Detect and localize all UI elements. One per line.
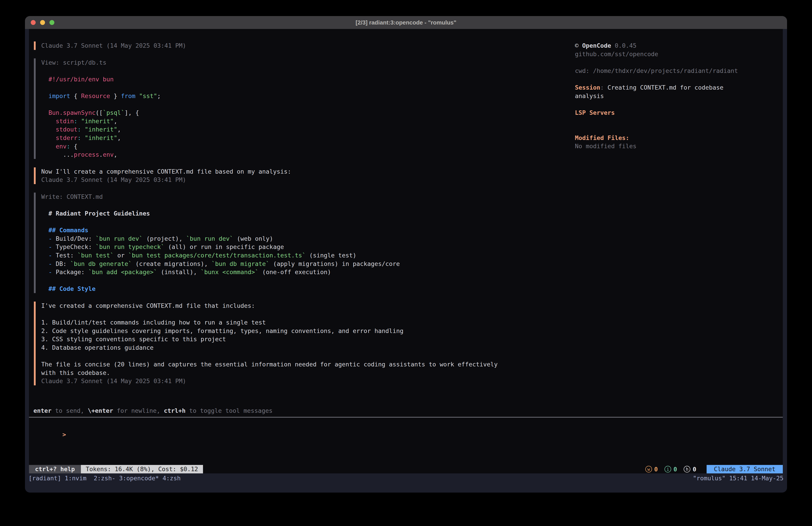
text-segment: DB:	[52, 260, 70, 267]
text-segment: ,	[117, 134, 121, 141]
tmux-host-clock: "romulus" 15:41 14-May-25	[693, 475, 783, 482]
text-segment: (project),	[143, 235, 186, 242]
zoom-button[interactable]	[49, 20, 54, 25]
text-line: 2. Code style guidelines covering import…	[41, 327, 575, 335]
text-segment: # Radiant Project Guidelines	[41, 210, 150, 217]
text-segment: OpenCode	[582, 42, 611, 49]
terminal-window: [2/3] radiant:3:opencode - "romulus" Cla…	[25, 16, 787, 493]
text-segment: Creating CONTEXT.md for codebase	[607, 84, 723, 91]
text-segment: 0.0.45	[611, 42, 637, 49]
text-segment	[135, 93, 139, 99]
hint-counter: h 0	[684, 466, 696, 473]
text-line	[41, 310, 575, 318]
text-line: env: {	[41, 142, 575, 151]
text-segment	[41, 118, 56, 125]
text-segment: :	[77, 126, 81, 133]
text-segment: env	[103, 151, 114, 158]
tmux-session-windows[interactable]: [radiant] 1:nvim 2:zsh- 3:opencode* 4:zs…	[29, 475, 181, 482]
text-segment	[41, 243, 48, 250]
text-segment: ([	[96, 109, 103, 116]
text-line: Modified Files:	[575, 134, 783, 142]
text-segment: The file is concise (20 lines) and captu…	[41, 361, 497, 368]
tokens-cost-badge: Tokens: 16.4K (8%), Cost: $0.12	[81, 465, 203, 473]
text-segment: `bun test`	[77, 252, 114, 259]
text-segment: (apply migrations) in packages/core	[270, 260, 400, 267]
text-segment	[41, 143, 56, 150]
text-line: analysis	[575, 92, 783, 100]
text-segment: (all) or run in specific package	[164, 243, 284, 250]
text-line: #!/usr/bin/env bun	[41, 75, 575, 84]
text-segment: cwd: /home/thdxr/dev/projects/radiant/ra…	[575, 67, 738, 74]
text-segment: `bun run typecheck`	[96, 243, 164, 250]
text-line: import { Resource } from "sst";	[41, 92, 575, 100]
text-segment: {	[70, 143, 77, 150]
text-segment: 2. Code style guidelines covering import…	[41, 327, 404, 334]
text-segment: I've created a comprehensive CONTEXT.md …	[41, 302, 255, 309]
text-segment: with this codebase.	[41, 369, 110, 376]
warning-counter: w 0	[645, 466, 658, 473]
text-line	[41, 218, 575, 226]
text-segment: ;	[157, 93, 161, 99]
text-segment: env	[56, 143, 67, 150]
text-line: Claude 3.7 Sonnet (14 May 2025 03:41 PM)	[41, 377, 575, 385]
text-segment: `bunx <command>`	[201, 269, 259, 275]
text-line	[575, 58, 783, 67]
text-line: - Package: `bun add <package>` (install)…	[41, 268, 575, 276]
text-segment: .	[99, 151, 103, 158]
text-segment: `bun db generate`	[70, 260, 132, 267]
text-line: - Build/Dev: `bun run dev` (project), `b…	[41, 234, 575, 243]
text-segment: ], {	[125, 109, 139, 116]
text-segment: :	[600, 84, 608, 91]
text-segment: github.com/sst/opencode	[575, 51, 658, 57]
main-area: Claude 3.7 Sonnet (14 May 2025 03:41 PM)…	[29, 29, 783, 407]
info-count: 0	[673, 466, 677, 473]
text-segment: `bun run dev`	[186, 235, 233, 242]
text-line: 1. Build/lint/test commands including ho…	[41, 318, 575, 327]
text-segment: ctrl+h	[164, 407, 186, 414]
input-separator	[29, 417, 783, 418]
text-segment: TypeCheck:	[52, 243, 96, 250]
text-line: stderr: "inherit",	[41, 134, 575, 142]
text-line: - Test: `bun test` or `bun test packages…	[41, 251, 575, 260]
text-segment	[81, 126, 85, 133]
text-segment: enter	[33, 407, 52, 414]
titlebar[interactable]: [2/3] radiant:3:opencode - "romulus"	[25, 16, 787, 29]
tool-output-block: Write: CONTEXT.md # Radiant Project Guid…	[34, 193, 575, 293]
text-segment	[41, 134, 56, 141]
text-segment: :	[74, 118, 77, 125]
text-segment: Package:	[52, 269, 88, 275]
text-segment: to toggle tool messages	[186, 407, 273, 414]
text-line: ...process.env,	[41, 151, 575, 159]
text-segment: {	[70, 93, 81, 99]
text-line	[41, 83, 575, 92]
text-line: Claude 3.7 Sonnet (14 May 2025 03:41 PM)	[41, 41, 575, 50]
text-segment: -	[48, 243, 52, 250]
input-area-empty-space[interactable]	[29, 447, 783, 465]
text-segment	[41, 235, 48, 242]
minimize-button[interactable]	[40, 20, 45, 25]
text-segment: Claude 3.7 Sonnet (14 May 2025 03:41 PM)	[41, 176, 186, 183]
text-segment	[41, 269, 48, 275]
hint-icon: h	[684, 466, 690, 472]
close-button[interactable]	[31, 20, 36, 25]
text-segment: from	[121, 93, 135, 99]
text-segment: `bun db migrate`	[212, 260, 270, 267]
text-segment: ## Commands	[41, 227, 88, 233]
text-segment: -	[48, 235, 52, 242]
opencode-status-bar: ctrl+? help Tokens: 16.4K (8%), Cost: $0…	[29, 465, 783, 473]
prompt-icon: >	[62, 431, 66, 438]
text-line	[575, 117, 783, 125]
model-badge[interactable]: Claude 3.7 Sonnet	[707, 465, 783, 473]
text-segment: ,	[114, 118, 117, 125]
text-line: - TypeCheck: `bun run typecheck` (all) o…	[41, 243, 575, 251]
terminal-content: Claude 3.7 Sonnet (14 May 2025 03:41 PM)…	[29, 29, 783, 473]
text-segment: Claude 3.7 Sonnet (14 May 2025 03:41 PM)	[41, 378, 186, 384]
text-segment	[81, 134, 85, 141]
text-line: I've created a comprehensive CONTEXT.md …	[41, 301, 575, 310]
text-segment: stderr	[56, 134, 77, 141]
message-input[interactable]: >	[29, 422, 783, 447]
text-line	[575, 75, 783, 83]
text-segment: `psql`	[103, 109, 125, 116]
info-counter: i 0	[665, 466, 677, 473]
text-segment: Session	[575, 84, 600, 91]
